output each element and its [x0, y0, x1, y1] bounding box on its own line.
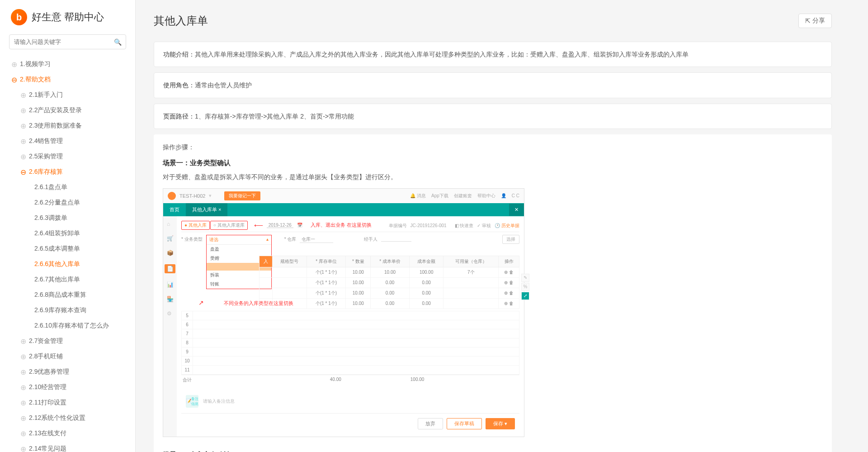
sidebar: b 好生意 帮助中心 🔍 ⊕1.视频学习 ⊖2.帮助文档 ⊕2.1新手入门 ⊕2…: [0, 0, 136, 452]
nav-label: 2.6.1盘点单: [34, 183, 67, 191]
page-header: 其他入库单 ⇱ 分享: [154, 14, 832, 28]
nav-2-6-1[interactable]: 2.6.1盘点单: [0, 180, 135, 195]
warehouse-val: 仓库一: [300, 235, 333, 243]
th: * 成本单价: [371, 256, 410, 267]
nav-2-6-2[interactable]: 2.6.2分量盘点单: [0, 195, 135, 210]
scr-msg: 🔔 消息: [410, 193, 426, 199]
scr-radio-in: ● 其他入库: [181, 221, 210, 230]
nav-label: 2.6.8商品成本重算: [34, 291, 86, 299]
nav-2-6-3[interactable]: 2.6.3调拨单: [0, 210, 135, 226]
th: * 数量: [346, 256, 371, 267]
plus-icon: ⊕: [20, 353, 26, 360]
cancel-button: 放弃: [418, 418, 443, 429]
search-input[interactable]: [9, 34, 126, 49]
plus-icon: ⊕: [20, 446, 26, 452]
share-button[interactable]: ⇱ 分享: [798, 14, 832, 28]
nav-2-10[interactable]: ⊕2.10经营管理: [0, 380, 135, 395]
dd-opt: 盘盈: [207, 245, 271, 254]
nav-2-6-5[interactable]: 2.6.5成本调整单: [0, 241, 135, 257]
scr-table-wrap: 入 规格型号 * 库存单位 * 数量 * 成本单价 成本金额 可用量（仓库） 操…: [181, 256, 519, 309]
nav-2-6-7[interactable]: 2.6.7其他出库单: [0, 272, 135, 287]
annotation-2: 不同业务的入库类型在这里切换: [224, 300, 293, 306]
scr-footer: 放弃 保存草稿 保存 ▾: [181, 413, 519, 434]
note-placeholder: 请输入备注信息: [203, 398, 235, 404]
nav-2-13[interactable]: ⊕2.13在线支付: [0, 426, 135, 441]
scr-logo-icon: [168, 192, 176, 200]
brand-title: 好生意 帮助中心: [32, 10, 104, 24]
th: 成本金额: [409, 256, 443, 267]
lbl-manager: 经手人: [364, 235, 377, 243]
nav-label: 2.1新手入门: [29, 91, 63, 99]
nav-2-6[interactable]: ⊖2.6库存核算: [0, 164, 135, 180]
th: 操作: [499, 256, 519, 267]
doc-icon: 📄: [165, 264, 175, 273]
scr-body: ⌂ 🛒 📦 📄 📊 🏪 ⚙ ● 其他入库 ○ 其他入库退库 ⟵: [163, 216, 524, 437]
plus-icon: ⊕: [20, 415, 26, 421]
nav-2-9[interactable]: ⊕2.9优惠券管理: [0, 364, 135, 380]
intro-text: 其他入库单用来处理除采购入库、产成品入库之外的其他入库业务，因此其他入库单可处理…: [195, 51, 689, 58]
nav-label: 2.6.3调拨单: [34, 214, 67, 222]
nav-2-1[interactable]: ⊕2.1新手入门: [0, 87, 135, 103]
nav-2-3[interactable]: ⊕2.3使用前数据准备: [0, 118, 135, 133]
scr-account: TEST-H002: [179, 193, 205, 199]
nav-label: 2.9优惠券管理: [29, 368, 69, 376]
scr-create: 创建账套: [454, 193, 472, 199]
annotation-2-arrow: ↗ 不同业务的入库类型在这里切换: [198, 299, 293, 307]
search-icon[interactable]: 🔍: [114, 38, 122, 46]
plus-icon: ⊕: [20, 338, 26, 344]
nav-2-6-8[interactable]: 2.6.8商品成本重算: [0, 287, 135, 303]
nav-2-12[interactable]: ⊕2.12系统个性化设置: [0, 410, 135, 426]
th: 规格型号: [273, 256, 307, 267]
cart-icon: 🛒: [167, 235, 173, 242]
share-label: 分享: [812, 17, 825, 25]
scr-tabs: 首页 其他入库单 × ✕: [163, 203, 524, 216]
plus-icon: ⊕: [20, 400, 26, 406]
dropdown-selected: 请选▴: [207, 235, 271, 245]
scr-top-button: 我要做记一下: [224, 191, 260, 200]
note-icon: 📝备注信息: [186, 395, 198, 408]
minus-icon: ⊖: [11, 76, 17, 83]
nav-label: 2.2产品安装及登录: [29, 106, 82, 114]
nav-label: 2.4销售管理: [29, 137, 63, 145]
arrow-icon: ⟵: [254, 222, 263, 229]
scr-radio-row: ● 其他入库 ○ 其他入库退库 ⟵ 2019-12-26 📅 入库、退出业务 在…: [181, 219, 519, 232]
annotation-1: 入库、退出业务 在这里切换: [311, 222, 372, 228]
nav-2-4[interactable]: ⊕2.4销售管理: [0, 133, 135, 149]
nav-2-7[interactable]: ⊕2.7资金管理: [0, 333, 135, 349]
scr-main: ● 其他入库 ○ 其他入库退库 ⟵ 2019-12-26 📅 入库、退出业务 在…: [177, 216, 524, 437]
save-button: 保存 ▾: [486, 418, 515, 429]
scr-avatar-icon: 👤: [501, 193, 506, 198]
nav-help-docs[interactable]: ⊖2.帮助文档: [0, 72, 135, 87]
nav-2-5[interactable]: ⊕2.5采购管理: [0, 149, 135, 164]
tool-icon: ✎: [521, 274, 529, 282]
path-box: 页面路径：1、库存核算->库存管理->其他入库单 2、首页->常用功能: [154, 104, 832, 129]
home-icon: ⌂: [167, 221, 173, 227]
scr-empty-rows: 5 6 7 8 9 10 11: [181, 311, 519, 375]
scenario1-title: 场景一：业务类型确认: [163, 159, 823, 167]
search-box: 🔍: [9, 34, 126, 49]
plus-icon: ⊕: [20, 138, 26, 144]
nav-2-6-9[interactable]: 2.6.9库存账本查询: [0, 303, 135, 318]
main-content: 其他入库单 ⇱ 分享 功能介绍：其他入库单用来处理除采购入库、产成品入库之外的其…: [136, 0, 850, 452]
nav-video[interactable]: ⊕1.视频学习: [0, 57, 135, 72]
steps-section: 操作步骤： 场景一：业务类型确认 对于受赠、盘盈或是拆装入库等不同的业务，是通过…: [154, 134, 832, 452]
nav-2-6-4[interactable]: 2.6.4组装拆卸单: [0, 226, 135, 241]
store-icon: 🏪: [167, 296, 173, 302]
role-box: 使用角色：通常由仓管人员维护: [154, 72, 832, 98]
nav-2-8[interactable]: ⊕2.8手机旺铺: [0, 349, 135, 364]
th: 入: [259, 256, 273, 267]
plus-icon: ⊕: [20, 153, 26, 160]
embedded-screenshot: TEST-H002 ▾ 我要做记一下 🔔 消息 App下载 创建账套 帮助中心 …: [163, 188, 524, 437]
nav-label: 1.视频学习: [20, 60, 51, 68]
nav-2-11[interactable]: ⊕2.11打印设置: [0, 395, 135, 410]
nav-2-2[interactable]: ⊕2.2产品安装及登录: [0, 103, 135, 118]
path-label: 页面路径：: [163, 113, 195, 120]
nav-2-14[interactable]: ⊕2.14常见问题: [0, 441, 135, 452]
nav-label: 2.6.4组装拆卸单: [34, 229, 80, 238]
path-text: 1、库存核算->库存管理->其他入库单 2、首页->常用功能: [195, 113, 354, 120]
nav-2-6-6[interactable]: 2.6.6其他入库单: [0, 257, 135, 272]
nav-label: 2.6.6其他入库单: [34, 260, 80, 268]
th: * 库存单位: [307, 256, 346, 267]
nav-2-6-10[interactable]: 2.6.10库存账本错了怎么办: [0, 318, 135, 333]
scr-note-row: 📝备注信息 请输入备注信息: [181, 390, 519, 413]
